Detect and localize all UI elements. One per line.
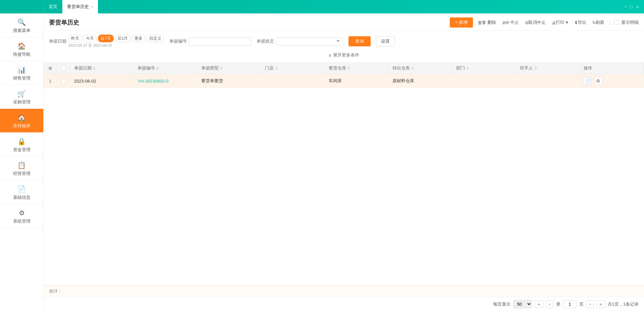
current-page-input[interactable]: [563, 300, 577, 308]
operations-mgmt-icon: 📋: [17, 161, 26, 169]
table-header-department[interactable]: 部门: [453, 62, 517, 74]
pagination-bar: 每页显示 50 10 20 100 « ‹ 第 页 › » 共1页，1条记录: [44, 297, 644, 311]
close-tab-icon[interactable]: ×: [91, 5, 93, 9]
total-info: 共1页，1条记录: [608, 301, 639, 307]
expand-more-btn[interactable]: ∨ 展开更多条件: [49, 51, 639, 59]
maximize-icon[interactable]: □: [630, 4, 633, 9]
finance-mgmt-icon: 🔒: [17, 137, 26, 145]
sidebar-item-operations-mgmt[interactable]: 📋 经营管理: [0, 157, 43, 180]
doc-number-input[interactable]: [189, 37, 251, 46]
sidebar-item-system-mgmt[interactable]: ⚙ 系统管理: [0, 204, 43, 228]
new-button[interactable]: + 新增: [450, 17, 473, 28]
close-window-icon[interactable]: ×: [636, 4, 639, 9]
sidebar-item-sales-mgmt[interactable]: 📊 销售管理: [0, 61, 43, 85]
table-wrapper: ⚙ 单据日期 单据编号 单据类型: [44, 62, 644, 285]
table-header-doc-number[interactable]: 单据编号: [134, 62, 198, 74]
per-page-select[interactable]: 50 10 20 100: [513, 300, 532, 308]
date-btn-more[interactable]: 更多: [132, 35, 145, 42]
export-button[interactable]: ⬆ 导出: [573, 19, 588, 26]
stop-button[interactable]: ⊘ ⊘ 中止: [501, 19, 521, 26]
table-header-pending-warehouse[interactable]: 待出仓库: [389, 62, 453, 74]
row-department: [453, 74, 517, 88]
date-btn-7days[interactable]: 近7天: [98, 35, 114, 42]
print-button[interactable]: 🖨 打印 ▾: [550, 19, 570, 26]
doc-status-filter: 单据状态 草稿 已审核 已中止: [257, 37, 343, 46]
table-checkbox-header[interactable]: [57, 62, 70, 74]
page-title: 要货单历史: [49, 18, 79, 27]
sidebar-item-finance-mgmt-label: 资金管理: [13, 147, 31, 153]
page-prefix: 第: [556, 301, 560, 307]
inventory-icon: 🏠: [17, 114, 26, 122]
sidebar-item-system-mgmt-label: 系统管理: [13, 218, 31, 224]
purchase-mgmt-icon: 🛒: [17, 90, 26, 98]
refresh-button[interactable]: ↻ 刷新: [591, 19, 606, 26]
content-area: 要货单历史 + 新增 🗑 🗑 删除 ⊘ ⊘ 中止 ⊘ 取消中止: [44, 13, 644, 311]
quick-nav-icon: 🏠: [17, 42, 26, 50]
table-header-handler[interactable]: 经手人: [517, 62, 580, 74]
last-page-btn[interactable]: »: [596, 300, 605, 308]
sidebar: 🔍 搜索菜单 🏠 快捷导航 📊 销售管理 🛒 采购管理 🏠 库存核算 🔒 资金管…: [0, 13, 44, 311]
basic-info-icon: 📄: [17, 185, 26, 193]
tab-home-label: 首页: [49, 4, 57, 10]
tab-home[interactable]: 首页: [44, 0, 62, 13]
table-row[interactable]: 1 2023-06-02 YH-20230602-0 要货单要货 车间库: [44, 74, 644, 88]
tab-requisition-history[interactable]: 要货单历史 ×: [62, 0, 98, 13]
sidebar-item-search-menu-label: 搜索菜单: [13, 28, 31, 34]
date-filter: 单据日期 昨天 今天 近7天 近1月 更多 自定义 2023-05-27 至 2…: [49, 35, 164, 48]
query-button[interactable]: 查询: [348, 36, 371, 46]
per-page-label: 每页显示: [493, 301, 511, 307]
page-content: 要货单历史 + 新增 🗑 🗑 删除 ⊘ ⊘ 中止 ⊘ 取消中止: [44, 13, 644, 311]
date-filter-label: 单据日期: [49, 38, 66, 44]
row-pending-warehouse: 原材料仓库: [389, 74, 453, 88]
table-header-doc-date[interactable]: 单据日期: [70, 62, 134, 74]
sidebar-item-quick-nav[interactable]: 🏠 快捷导航: [0, 37, 43, 61]
table-header-operation: 操作: [580, 62, 644, 74]
row-settings-btn[interactable]: ⚙: [594, 77, 602, 85]
row-view-btn[interactable]: 📄: [584, 77, 592, 85]
row-checkbox[interactable]: [57, 74, 70, 88]
table-header-req-warehouse[interactable]: 要货仓库: [325, 62, 389, 74]
next-page-btn[interactable]: ›: [586, 300, 594, 308]
select-all-checkbox[interactable]: [61, 66, 66, 71]
sidebar-item-purchase-mgmt[interactable]: 🛒 采购管理: [0, 85, 43, 109]
sidebar-item-basic-info-label: 基础信息: [13, 194, 31, 201]
prev-page-btn[interactable]: ‹: [546, 300, 553, 308]
cancel-stop-button[interactable]: ⊘ 取消中止: [524, 19, 547, 26]
doc-number-link[interactable]: YH-20230602-0: [138, 79, 168, 84]
system-mgmt-icon: ⚙: [19, 209, 25, 217]
page-suffix: 页: [579, 301, 584, 307]
row-doc-number[interactable]: YH-20230602-0: [134, 74, 198, 88]
date-btn-yesterday[interactable]: 昨天: [68, 35, 82, 42]
settings-button[interactable]: 设置: [376, 36, 395, 46]
toolbar: + 新增 🗑 🗑 删除 ⊘ ⊘ 中止 ⊘ 取消中止 🖨: [450, 17, 639, 28]
sidebar-item-inventory[interactable]: 🏠 库存核算: [0, 109, 43, 133]
date-btn-custom[interactable]: 自定义: [147, 35, 164, 42]
expand-more-label: 展开更多条件: [333, 52, 359, 58]
main-table: ⚙ 单据日期 单据编号 单据类型: [44, 62, 644, 88]
filter-area: 单据日期 昨天 今天 近7天 近1月 更多 自定义 2023-05-27 至 2…: [44, 31, 644, 62]
sidebar-item-finance-mgmt[interactable]: 🔒 资金管理: [0, 133, 43, 157]
date-filter-group: 昨天 今天 近7天 近1月 更多 自定义 2023-05-27 至 2023-0…: [68, 35, 164, 48]
table-header-doc-type[interactable]: 单据类型: [198, 62, 262, 74]
sidebar-item-basic-info[interactable]: 📄 基础信息: [0, 180, 43, 204]
row-select-checkbox[interactable]: [61, 79, 66, 84]
table-header-store[interactable]: 门店: [262, 62, 325, 74]
minimize-icon[interactable]: −: [624, 4, 627, 9]
first-page-btn[interactable]: «: [535, 300, 543, 308]
date-btn-today[interactable]: 今天: [83, 35, 97, 42]
display-detail-label: 显示明细: [621, 19, 639, 26]
delete-button[interactable]: 🗑 🗑 删除: [476, 19, 497, 26]
top-bar: 首页 要货单历史 × − □ ×: [0, 0, 644, 13]
table-settings-header[interactable]: ⚙: [44, 62, 57, 74]
row-store: [262, 74, 325, 88]
doc-status-select[interactable]: 草稿 已审核 已中止: [276, 37, 343, 46]
page-header: 要货单历史 + 新增 🗑 🗑 删除 ⊘ ⊘ 中止 ⊘ 取消中止: [44, 13, 644, 31]
row-index: 1: [44, 74, 57, 88]
date-buttons: 昨天 今天 近7天 近1月 更多 自定义: [68, 35, 164, 42]
sidebar-item-quick-nav-label: 快捷导航: [13, 51, 31, 57]
date-btn-1month[interactable]: 近1月: [115, 35, 131, 42]
display-detail-checkbox[interactable]: [614, 20, 619, 25]
display-detail-toggle[interactable]: 显示明细: [614, 19, 639, 26]
row-handler: [517, 74, 580, 88]
sidebar-item-search-menu[interactable]: 🔍 搜索菜单: [0, 13, 43, 37]
